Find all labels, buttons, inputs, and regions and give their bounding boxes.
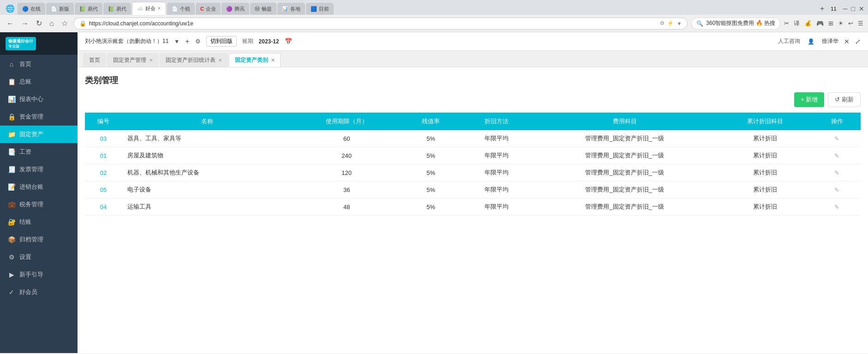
tab-changte[interactable]: Ⓜ 畅提 bbox=[250, 3, 276, 15]
address-bar-input[interactable] bbox=[89, 20, 658, 27]
tab-label: 首页 bbox=[89, 56, 100, 64]
tab-label: 新版 bbox=[59, 6, 69, 12]
translate-tool[interactable]: 译 bbox=[794, 19, 800, 28]
tab-muqian[interactable]: 🟦 目前 bbox=[306, 3, 334, 15]
switch-version-button[interactable]: 切到旧版 bbox=[206, 36, 237, 47]
scissors-tool[interactable]: ✂ bbox=[784, 20, 789, 27]
page-tab-fixed-assets-mgmt[interactable]: 固定资产管理 ✕ bbox=[107, 53, 159, 67]
page-area: 类别管理 + 新增 ↺ 刷新 编号 名称 使用期限（月） 残值率 折旧方法 费用… bbox=[78, 67, 868, 353]
add-account-button[interactable]: + bbox=[185, 37, 189, 46]
tab-gedi[interactable]: 📊 各地 bbox=[277, 3, 305, 15]
tab-zaixin[interactable]: 🔵 在线 bbox=[18, 3, 45, 15]
sidebar-item-payroll[interactable]: 📑 工资 bbox=[0, 143, 78, 161]
cell-method: 年限平均 bbox=[461, 164, 533, 181]
edit-icon[interactable]: ✎ bbox=[834, 152, 839, 159]
app-header: 刘小艳演示账套（勿删勿动！）11 ▼ + ⚙ 切到旧版 账期 2023-12 📅… bbox=[78, 32, 868, 51]
cell-action[interactable]: ✎ bbox=[813, 181, 861, 198]
tab-icon: 🟦 bbox=[311, 6, 317, 12]
cell-name: 器具、工具、家具等 bbox=[122, 130, 292, 147]
tab-icon: C bbox=[200, 6, 204, 12]
cell-expense: 管理费用_固定资产折旧_一级 bbox=[533, 181, 717, 198]
sidebar-item-invoice[interactable]: 🧾 发票管理 bbox=[0, 161, 78, 178]
undo-tool[interactable]: ↩ bbox=[848, 20, 853, 27]
add-button[interactable]: + 新增 bbox=[794, 92, 824, 107]
back-button[interactable]: ← bbox=[5, 18, 16, 29]
cell-id[interactable]: 01 bbox=[85, 147, 122, 164]
sidebar-item-reports[interactable]: 📊 报表中心 bbox=[0, 90, 78, 108]
consulting-link[interactable]: 人工咨询 bbox=[778, 37, 800, 45]
tab-yidai-1[interactable]: 📗 易代 bbox=[75, 3, 102, 15]
sidebar-item-label: 报表中心 bbox=[19, 95, 43, 103]
cell-action[interactable]: ✎ bbox=[813, 130, 861, 147]
sidebar-item-settings[interactable]: ⚙ 设置 bbox=[0, 248, 78, 266]
sidebar-item-home[interactable]: ⌂ 首页 bbox=[0, 55, 78, 73]
edit-icon[interactable]: ✎ bbox=[834, 186, 839, 193]
cell-id[interactable]: 04 bbox=[85, 198, 122, 216]
edit-icon[interactable]: ✎ bbox=[834, 135, 839, 142]
dropdown-account-button[interactable]: ▼ bbox=[174, 38, 180, 45]
close-app-button[interactable]: ✕ bbox=[844, 38, 850, 45]
tab-close-icon[interactable]: ✕ bbox=[271, 58, 275, 63]
page-tab-home[interactable]: 首页 bbox=[83, 53, 106, 67]
sidebar-item-member[interactable]: ✓ 好会员 bbox=[0, 283, 78, 301]
table-row: 01 房屋及建筑物 240 5% 年限平均 管理费用_固定资产折旧_一级 累计折… bbox=[85, 147, 861, 164]
refresh-button[interactable]: ↺ 刷新 bbox=[828, 92, 861, 107]
cell-action[interactable]: ✎ bbox=[813, 164, 861, 181]
edit-icon[interactable]: ✎ bbox=[834, 204, 839, 210]
settings-icon: ⚙ bbox=[7, 253, 16, 261]
sidebar-item-archive[interactable]: 📦 归档管理 bbox=[0, 231, 78, 248]
calendar-icon[interactable]: 📅 bbox=[285, 38, 292, 45]
wallet-tool[interactable]: 💰 bbox=[804, 20, 812, 27]
tab-gesui[interactable]: 📄 个税 bbox=[167, 3, 195, 15]
col-expense: 费用科目 bbox=[533, 113, 717, 130]
cell-action[interactable]: ✎ bbox=[813, 147, 861, 164]
sidebar-item-ledger[interactable]: 📋 总账 bbox=[0, 73, 78, 90]
cell-residual: 5% bbox=[401, 147, 461, 164]
table-row: 02 机器、机械和其他生产设备 120 5% 年限平均 管理费用_固定资产折旧_… bbox=[85, 164, 861, 181]
cell-id[interactable]: 02 bbox=[85, 164, 122, 181]
close-window-button[interactable]: ✕ bbox=[859, 5, 864, 12]
tab-qiye[interactable]: C 企业 bbox=[196, 3, 221, 15]
sidebar-item-tax[interactable]: 💼 税务管理 bbox=[0, 196, 78, 213]
tab-close-icon[interactable]: ✕ bbox=[218, 58, 222, 63]
tab-xinban[interactable]: 📄 新版 bbox=[46, 3, 74, 15]
edit-icon[interactable]: ✎ bbox=[834, 169, 839, 176]
period-label: 账期 bbox=[242, 37, 253, 45]
col-accum: 累计折旧科目 bbox=[717, 113, 813, 130]
closing-icon: 🔐 bbox=[7, 218, 16, 226]
sidebar-item-label: 固定资产 bbox=[19, 130, 43, 138]
grid-tool[interactable]: ⊞ bbox=[828, 20, 833, 27]
sidebar-item-sales[interactable]: 📝 进销台账 bbox=[0, 178, 78, 196]
sidebar-item-label: 资金管理 bbox=[19, 113, 43, 121]
sidebar-item-closing[interactable]: 🔐 结账 bbox=[0, 213, 78, 231]
cell-id[interactable]: 05 bbox=[85, 181, 122, 198]
maximize-button[interactable]: □ bbox=[851, 5, 855, 12]
archive-icon: 📦 bbox=[7, 236, 16, 243]
minimize-button[interactable]: ─ bbox=[843, 5, 848, 12]
settings-account-button[interactable]: ⚙ bbox=[195, 38, 201, 45]
sun-tool[interactable]: ☀ bbox=[838, 20, 844, 27]
period-value: 2023-12 bbox=[259, 38, 279, 45]
sidebar-item-funds[interactable]: 🔒 资金管理 bbox=[0, 108, 78, 126]
cell-action[interactable]: ✎ bbox=[813, 198, 861, 216]
browser-menu-icon: ⚙ bbox=[660, 20, 664, 26]
tab-tencent[interactable]: 🟣 腾讯 bbox=[221, 3, 249, 15]
cell-id[interactable]: 03 bbox=[85, 130, 122, 147]
tab-active[interactable]: ☁️ 好会 ✕ bbox=[132, 2, 166, 15]
bookmark-button[interactable]: ☆ bbox=[60, 18, 70, 29]
menu-tool[interactable]: ☰ bbox=[858, 20, 863, 27]
page-tab-depreciation-report[interactable]: 固定资产折旧统计表 ✕ bbox=[160, 53, 228, 67]
tab-close-icon[interactable]: ✕ bbox=[157, 6, 161, 11]
reload-button[interactable]: ↻ bbox=[34, 18, 44, 29]
tab-yidai-2[interactable]: 📗 易代 bbox=[103, 3, 131, 15]
game-tool[interactable]: 🎮 bbox=[816, 20, 824, 27]
sidebar-item-guide[interactable]: ▶ 新手引导 bbox=[0, 266, 78, 283]
sidebar-item-fixed-assets[interactable]: 📁 固定资产 bbox=[0, 126, 78, 143]
tab-close-icon[interactable]: ✕ bbox=[149, 58, 153, 63]
expand-button[interactable]: ⤢ bbox=[855, 38, 861, 45]
new-tab-button[interactable]: + bbox=[820, 5, 824, 13]
home-button[interactable]: ⌂ bbox=[48, 18, 56, 29]
main-content: 刘小艳演示账套（勿删勿动！）11 ▼ + ⚙ 切到旧版 账期 2023-12 📅… bbox=[78, 32, 868, 353]
forward-button[interactable]: → bbox=[19, 18, 30, 29]
page-tab-category[interactable]: 固定资产类别 ✕ bbox=[229, 53, 281, 67]
